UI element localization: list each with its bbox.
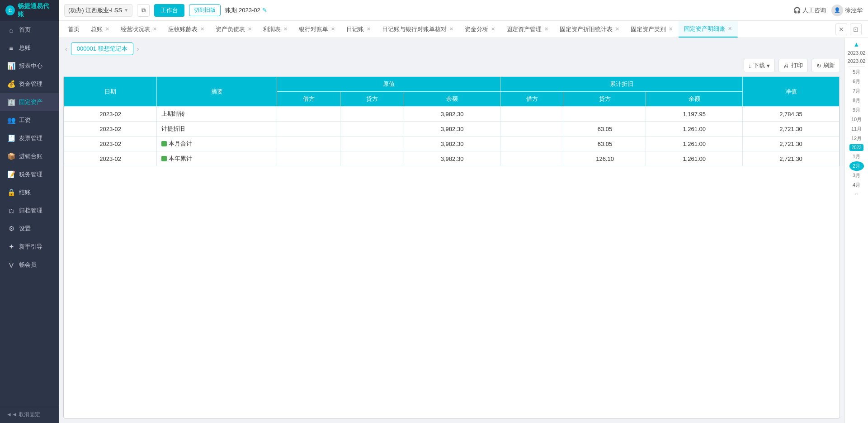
tab-management-report[interactable]: 经营状况表 ✕ (115, 22, 163, 37)
service-button[interactable]: 🎧 人工咨询 (793, 6, 826, 14)
unpin-button[interactable]: ◄◄ 取消固定 (0, 406, 59, 423)
tab-label-fixed-category: 固定资产类别 (631, 25, 666, 33)
tab-fund-analysis[interactable]: 资金分析 ✕ (459, 22, 501, 37)
tab-close-fixed-category[interactable]: ✕ (669, 26, 673, 32)
tab-close-journal-bank[interactable]: ✕ (449, 26, 453, 32)
download-icon: ↓ (749, 62, 752, 69)
avatar: 👤 (831, 5, 843, 16)
timeline-month-5[interactable]: 5月 (845, 67, 868, 77)
tab-close-fixed-detail[interactable]: ✕ (728, 26, 732, 32)
row-desc: 计提折旧 (157, 122, 277, 136)
tab-close-fixed-mgmt[interactable]: ✕ (544, 26, 548, 32)
sidebar-item-sales[interactable]: 📦 进销台账 (0, 147, 59, 165)
tab-close-balance-sheet[interactable]: ✕ (248, 26, 252, 32)
tab-fixed-detail[interactable]: 固定资产明细账 ✕ (679, 21, 738, 38)
refresh-button[interactable]: ↻ 刷新 (811, 59, 840, 72)
fund-icon: 💰 (7, 80, 15, 88)
tab-close-depreciation-stats[interactable]: ✕ (615, 26, 619, 32)
sidebar-label-home: 首页 (19, 26, 31, 34)
tab-ar[interactable]: 应收账龄表 ✕ (163, 22, 210, 37)
service-label: 人工咨询 (802, 6, 826, 14)
timeline-month-12[interactable]: 12月 (845, 134, 868, 143)
tab-journal-bank[interactable]: 日记账与银行对账单核对 ✕ (377, 22, 459, 37)
close-all-tabs-button[interactable]: ✕ (835, 24, 847, 35)
tab-close-profit[interactable]: ✕ (283, 26, 288, 32)
tab-label-balance-sheet: 资产负债表 (216, 25, 245, 33)
forward-arrow[interactable]: › (135, 44, 141, 53)
sidebar-item-member[interactable]: V 畅会员 (0, 256, 59, 274)
copy-button[interactable]: ⧉ (137, 4, 150, 17)
sidebar-item-close[interactable]: 🔒 结账 (0, 183, 59, 202)
row-acc-balance: 1,261.00 (646, 122, 743, 136)
company-selector[interactable]: (劝办) 江西服业-LSS ▼ (64, 4, 132, 17)
tab-close-fund-analysis[interactable]: ✕ (491, 26, 495, 32)
timeline-month-6[interactable]: 6月 (845, 77, 868, 86)
tab-label-journal: 日记账 (346, 25, 364, 33)
tab-balance-sheet[interactable]: 资产负债表 ✕ (210, 22, 258, 37)
tab-fixed-category[interactable]: 固定资产类别 ✕ (625, 22, 679, 37)
tab-label-fund-analysis: 资金分析 (465, 25, 488, 33)
tab-close-ledger[interactable]: ✕ (105, 26, 109, 32)
tab-home[interactable]: 首页 (62, 22, 85, 37)
tabbar-actions: ✕ ⊡ (835, 24, 864, 35)
timeline-scroll-up[interactable]: ▲ (853, 40, 861, 49)
row-desc: 上期结转 (157, 107, 277, 122)
tab-ledger[interactable]: 总账 ✕ (85, 22, 115, 37)
tab-close-journal[interactable]: ✕ (367, 26, 371, 32)
tab-label-journal-bank: 日记账与银行对账单核对 (382, 25, 447, 33)
guide-icon: ✦ (7, 243, 15, 251)
maximize-button[interactable]: ⊡ (850, 24, 862, 35)
timeline-month-4[interactable]: 4月 (845, 180, 868, 190)
timeline-month-11[interactable]: 11月 (845, 124, 868, 134)
tab-bank-statement[interactable]: 银行对账单 ✕ (293, 22, 341, 37)
timeline-scroll-down[interactable]: ○ (854, 190, 859, 198)
tab-depreciation-stats[interactable]: 固定资产折旧统计表 ✕ (554, 22, 625, 37)
tab-close-ar[interactable]: ✕ (200, 26, 204, 32)
sidebar-item-archive[interactable]: 🗂 归档管理 (0, 202, 59, 220)
period-edit-icon[interactable]: ✎ (262, 7, 267, 14)
timeline-month-9[interactable]: 9月 (845, 105, 868, 115)
sidebar-label-fund: 资金管理 (19, 80, 42, 88)
user-button[interactable]: 👤 徐泾华 (831, 5, 863, 16)
timeline-month-2[interactable]: 2月 (849, 161, 864, 171)
sidebar-item-fund[interactable]: 💰 资金管理 (0, 75, 59, 93)
app-title: 畅捷通易代账 (18, 2, 53, 19)
th-original-value: 原值 (277, 77, 500, 92)
sidebar-item-fixed-assets[interactable]: 🏢 固定资产 (0, 93, 59, 111)
tab-profit[interactable]: 利润表 ✕ (258, 22, 293, 37)
tab-close-management-report[interactable]: ✕ (153, 26, 157, 32)
tab-fixed-mgmt[interactable]: 固定资产管理 ✕ (501, 22, 554, 37)
print-button[interactable]: 🖨 打印 (778, 59, 808, 72)
sidebar-item-ledger[interactable]: ≡ 总账 (0, 39, 59, 57)
sidebar-item-settings[interactable]: ⚙ 设置 (0, 220, 59, 238)
workbench-button[interactable]: 工作台 (154, 4, 184, 17)
old-version-button[interactable]: 切到旧版 (189, 4, 221, 16)
sub-nav-asset-item[interactable]: 000001 联想笔记本 (71, 42, 133, 55)
tab-label-depreciation-stats: 固定资产折旧统计表 (560, 25, 613, 33)
tab-journal[interactable]: 日记账 ✕ (341, 22, 377, 37)
sidebar-item-reports[interactable]: 📊 报表中心 (0, 57, 59, 75)
sidebar-item-guide[interactable]: ✦ 新手引导 (0, 238, 59, 256)
row-net-value: 2,721.30 (743, 151, 840, 166)
sidebar-item-home[interactable]: ⌂ 首页 (0, 21, 59, 39)
timeline-month-3[interactable]: 3月 (845, 171, 868, 180)
sidebar-item-tax[interactable]: 📝 税务管理 (0, 165, 59, 183)
sub-nav-asset-label: 000001 联想笔记本 (77, 45, 127, 52)
sidebar-label-sales: 进销台账 (19, 152, 42, 160)
payroll-icon: 👥 (7, 116, 15, 124)
sidebar-label-invoice: 发票管理 (19, 134, 42, 142)
timeline-month-10[interactable]: 10月 (845, 115, 868, 124)
sidebar-item-invoice[interactable]: 🧾 发票管理 (0, 129, 59, 147)
current-year-badge: 2023 (849, 144, 863, 151)
timeline-month-1[interactable]: 1月 (845, 152, 868, 161)
print-icon: 🖨 (783, 62, 789, 69)
tab-close-bank-statement[interactable]: ✕ (331, 26, 335, 32)
sidebar-item-payroll[interactable]: 👥 工资 (0, 111, 59, 129)
timeline-month-7[interactable]: 7月 (845, 86, 868, 96)
download-button[interactable]: ↓ 下载 ▾ (744, 59, 775, 72)
th-orig-balance: 余额 (404, 92, 500, 107)
sales-icon: 📦 (7, 152, 15, 160)
back-arrow[interactable]: ‹ (63, 44, 69, 53)
row-date: 2023-02 (64, 151, 157, 166)
timeline-month-8[interactable]: 8月 (845, 96, 868, 105)
